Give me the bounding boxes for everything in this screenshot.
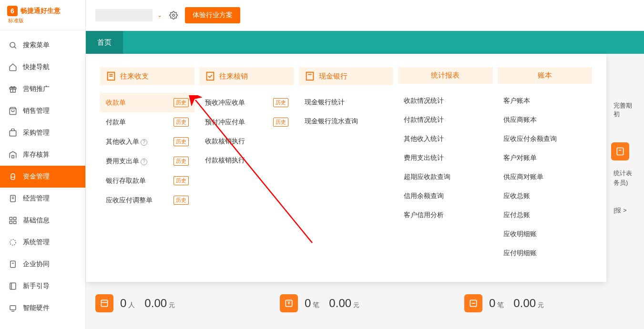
mega-column-transactions: 往来收支 收款单 历史 付款单 历史 其他收入单? 历史 费用支出单? 历史 银… xyxy=(100,67,194,263)
mega-item-payment-stats[interactable]: 付款情况统计 xyxy=(398,110,492,130)
mega-item-label: 应收明细账 xyxy=(503,230,537,239)
sidebar-item-enterprise[interactable]: 企业协同 xyxy=(0,253,85,275)
sidebar: 6 畅捷通好生意 标准版 搜索菜单 快捷导航 营销推广 xyxy=(0,0,86,329)
tab-home[interactable]: 首页 xyxy=(86,31,123,54)
sidebar-item-quicknav[interactable]: 快捷导航 xyxy=(0,56,85,78)
mega-item-label: 客户账本 xyxy=(503,97,530,105)
mega-item-label: 付款单 xyxy=(106,118,126,127)
mega-item-pre-receipt[interactable]: 预收冲应收单 历史 xyxy=(199,93,294,112)
stat-count: 0 xyxy=(489,297,495,310)
guide-icon xyxy=(9,282,17,290)
chevron-down-icon[interactable]: ⌄ xyxy=(157,12,162,19)
history-tag[interactable]: 历史 xyxy=(174,176,189,185)
sidebar-item-purchase[interactable]: 采购管理 xyxy=(0,122,85,144)
settings-button[interactable] xyxy=(167,9,180,22)
link-report[interactable]: |报 > xyxy=(606,201,644,219)
svg-rect-26 xyxy=(207,72,214,80)
mega-item-label: 收款单 xyxy=(106,99,126,107)
mega-item-label: 应付总账 xyxy=(503,211,530,219)
history-tag[interactable]: 历史 xyxy=(174,118,189,127)
stat-unit: 笔 xyxy=(497,301,504,309)
mega-item-ap-detail[interactable]: 应付明细账 xyxy=(498,244,592,263)
trial-button[interactable]: 体验行业方案 xyxy=(185,7,240,23)
mega-panel: 往来收支 收款单 历史 付款单 历史 其他收入单? 历史 费用支出单? 历史 银… xyxy=(86,54,606,282)
stat-icon-1 xyxy=(95,294,113,312)
sidebar-item-basic[interactable]: 基础信息 xyxy=(0,209,85,231)
mega-item-label: 客户对账单 xyxy=(503,154,537,162)
report-icon-box[interactable] xyxy=(611,142,629,160)
mega-item-balance-query[interactable]: 应收应付余额查询 xyxy=(498,130,592,149)
mega-column-verification: 往来核销 预收冲应收单 历史 预付冲应付单 历史 收款核销执行 付款核销执行 xyxy=(199,67,294,263)
mega-item-adjustment[interactable]: 应收应付调整单 历史 xyxy=(100,190,194,210)
mega-item-expense-stats[interactable]: 费用支出统计 xyxy=(398,149,492,168)
mega-heading-label: 统计报表 xyxy=(431,71,460,80)
warehouse-icon xyxy=(9,150,17,159)
mega-item-ar-detail[interactable]: 应收明细账 xyxy=(498,225,592,244)
mega-item-cash-stats[interactable]: 现金银行统计 xyxy=(299,93,393,112)
stat-records-1: ¥ 0 笔 0.00 元 xyxy=(280,294,445,312)
stat-value: 0.00 xyxy=(144,297,167,310)
mega-item-payment[interactable]: 付款单 历史 xyxy=(100,112,194,132)
mega-item-customer-statement[interactable]: 客户对账单 xyxy=(498,149,592,168)
mega-item-income-stats[interactable]: 其他收入统计 xyxy=(398,130,492,149)
mega-item-receipt-verify[interactable]: 收款核销执行 xyxy=(199,132,294,151)
mega-item-label: 客户信用分析 xyxy=(404,211,444,219)
svg-point-22 xyxy=(173,14,175,17)
link-initial-balance[interactable]: 完善期初 xyxy=(606,97,644,123)
gift-icon xyxy=(9,85,17,93)
sidebar-item-funds[interactable]: 资金管理 xyxy=(0,166,85,188)
svg-rect-6 xyxy=(10,131,16,136)
history-tag[interactable]: 历史 xyxy=(273,98,288,107)
mega-item-label: 其他收入统计 xyxy=(404,135,444,143)
mega-item-label: 预付冲应付单 xyxy=(205,118,245,127)
sidebar-item-search[interactable]: 搜索菜单 xyxy=(0,34,85,56)
sidebar-item-business[interactable]: 经营管理 xyxy=(0,188,85,209)
history-tag[interactable]: 历史 xyxy=(174,137,189,146)
svg-point-15 xyxy=(10,239,16,245)
mega-item-label: 收款核销执行 xyxy=(205,137,245,146)
history-tag[interactable]: 历史 xyxy=(174,157,189,166)
mega-column-reports: 统计报表 收款情况统计 付款情况统计 其他收入统计 费用支出统计 超期应收款查询… xyxy=(398,67,492,263)
history-tag[interactable]: 历史 xyxy=(174,196,189,205)
mega-item-other-income[interactable]: 其他收入单? 历史 xyxy=(100,132,194,151)
sidebar-item-label: 营销推广 xyxy=(23,85,50,93)
company-selector[interactable] xyxy=(95,9,153,21)
mega-item-credit-analysis[interactable]: 客户信用分析 xyxy=(398,206,492,225)
sidebar-item-inventory[interactable]: 库存核算 xyxy=(0,144,85,166)
mega-item-bank-transfer[interactable]: 银行存取款单 历史 xyxy=(100,171,194,190)
mega-item-cash-flow[interactable]: 现金银行流水查询 xyxy=(299,112,393,131)
stat-value-unit: 元 xyxy=(538,301,544,309)
grid-icon xyxy=(9,216,17,225)
mega-item-label: 费用支出统计 xyxy=(404,154,444,162)
mega-item-supplier-statement[interactable]: 供应商对账单 xyxy=(498,168,592,187)
brand-name: 畅捷通好生意 xyxy=(20,7,61,15)
svg-rect-13 xyxy=(10,221,12,224)
sidebar-item-sales[interactable]: 销售管理 xyxy=(0,100,85,122)
mega-item-pre-payment[interactable]: 预付冲应付单 历史 xyxy=(199,112,294,132)
sidebar-item-guide[interactable]: 新手引导 xyxy=(0,275,85,297)
mega-item-label: 信用余额查询 xyxy=(404,192,444,200)
mega-item-supplier-ledger[interactable]: 供应商账本 xyxy=(498,110,592,130)
help-icon[interactable]: ? xyxy=(141,139,147,146)
history-tag[interactable]: 历史 xyxy=(273,118,288,127)
mega-item-label: 其他收入单? xyxy=(106,138,147,146)
sidebar-item-system[interactable]: 系统管理 xyxy=(0,231,85,253)
mega-item-ar-ledger[interactable]: 应收总账 xyxy=(498,187,592,206)
company-name-placeholder xyxy=(95,9,153,21)
mega-item-receipt-stats[interactable]: 收款情况统计 xyxy=(398,91,492,110)
mega-item-expense[interactable]: 费用支出单? 历史 xyxy=(100,151,194,171)
stat-value: 0.00 xyxy=(513,297,536,310)
mega-item-label: 付款核销执行 xyxy=(205,156,245,165)
mega-item-receipt[interactable]: 收款单 历史 xyxy=(100,93,194,112)
mega-item-payment-verify[interactable]: 付款核销执行 xyxy=(199,151,294,170)
mega-item-credit-balance[interactable]: 信用余额查询 xyxy=(398,187,492,206)
history-tag[interactable]: 历史 xyxy=(174,98,189,107)
mega-item-ap-ledger[interactable]: 应付总账 xyxy=(498,206,592,225)
help-icon[interactable]: ? xyxy=(141,159,147,165)
sidebar-item-marketing[interactable]: 营销推广 xyxy=(0,78,85,100)
sidebar-item-hardware[interactable]: 智能硬件 xyxy=(0,297,85,319)
mega-item-customer-ledger[interactable]: 客户账本 xyxy=(498,91,592,110)
sidebar-item-label: 智能硬件 xyxy=(23,304,50,312)
mega-item-label: 银行存取款单 xyxy=(106,177,146,185)
mega-item-overdue-query[interactable]: 超期应收款查询 xyxy=(398,168,492,187)
